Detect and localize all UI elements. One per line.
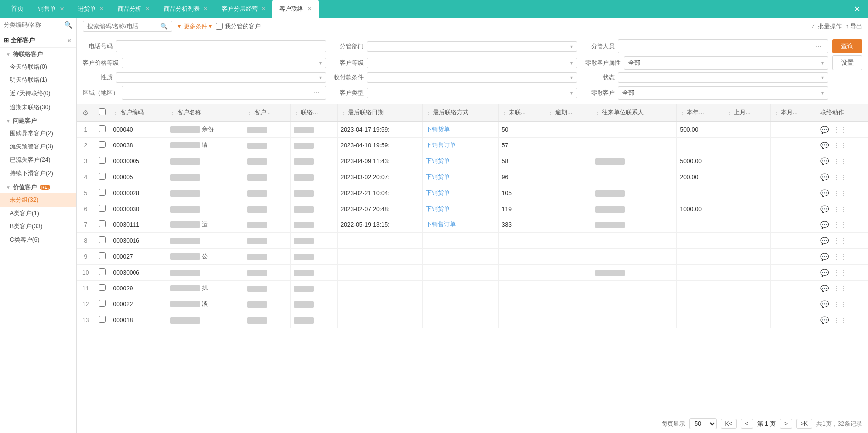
sidebar-collapse-icon[interactable]: « [67, 35, 72, 45]
sidebar-item-overdue[interactable]: 逾期未联络(30) [0, 101, 76, 114]
nav-tab-customer-mgmt[interactable]: 客户分层经营 ✕ [215, 0, 273, 18]
sidebar-item-a-class[interactable]: A类客户(1) [0, 207, 76, 220]
sidebar-search-icon[interactable]: 🔍 [64, 21, 72, 29]
chat-icon[interactable]: 💬 [820, 285, 829, 292]
sidebar-search-input[interactable] [4, 21, 62, 28]
more-action-icon[interactable]: ⋮⋮ [833, 126, 847, 134]
close-purchase-tab[interactable]: ✕ [99, 6, 104, 12]
method-link[interactable]: 下销货单 [426, 126, 450, 133]
more-filter-btn[interactable]: ▼ 更多条件 ▾ [176, 22, 212, 31]
reset-button[interactable]: 设置 [832, 55, 862, 70]
sidebar-item-declining[interactable]: 持续下滑客户(2) [0, 167, 76, 180]
batch-op-btn[interactable]: ☑ 批量操作 [810, 22, 841, 31]
gear-icon[interactable]: ⚙ [82, 109, 89, 117]
window-close-button[interactable]: ✕ [850, 4, 864, 14]
nav-tab-purchase[interactable]: 进货单 ✕ [71, 0, 111, 18]
row-checkbox[interactable] [99, 173, 106, 180]
chat-icon[interactable]: 💬 [820, 316, 829, 324]
my-customer-cb[interactable] [216, 23, 223, 30]
method-link[interactable]: 下销货单 [426, 205, 450, 212]
section-value-customers[interactable]: ▼ 价值客户 RE. [0, 181, 76, 193]
row-checkbox[interactable] [99, 252, 106, 259]
section-problem-customers[interactable]: ▼ 问题客户 [0, 114, 76, 127]
close-product-list-tab[interactable]: ✕ [203, 6, 208, 12]
row-checkbox[interactable] [99, 205, 106, 212]
chat-icon[interactable]: 💬 [820, 300, 829, 308]
customer-level-select[interactable]: ▾ [367, 58, 577, 68]
more-action-icon[interactable]: ⋮⋮ [833, 300, 847, 308]
query-button[interactable]: 查询 [832, 39, 862, 53]
section-pending-contact[interactable]: ▼ 待联络客户 [0, 48, 76, 60]
manager-dots-icon[interactable]: ··· [813, 42, 824, 51]
close-sales-tab[interactable]: ✕ [60, 6, 64, 12]
row-checkbox[interactable] [99, 141, 106, 148]
sidebar-item-churned[interactable]: 已流失客户(24) [0, 153, 76, 167]
page-size-select[interactable]: 50 100 [689, 418, 717, 429]
row-checkbox[interactable] [99, 125, 106, 132]
row-checkbox[interactable] [99, 236, 106, 243]
method-link[interactable]: 下销售订单 [426, 142, 456, 148]
nav-tab-product-list[interactable]: 商品分析列表 ✕ [157, 0, 215, 18]
method-link[interactable]: 下销货单 [426, 189, 450, 196]
more-action-icon[interactable]: ⋮⋮ [833, 316, 847, 324]
row-checkbox[interactable] [99, 284, 106, 291]
main-search-icon[interactable]: 🔍 [160, 23, 168, 30]
chat-icon[interactable]: 💬 [820, 205, 829, 213]
chat-icon[interactable]: 💬 [820, 126, 829, 134]
chat-icon[interactable]: 💬 [820, 221, 829, 229]
row-checkbox[interactable] [99, 300, 106, 307]
more-action-icon[interactable]: ⋮⋮ [833, 237, 847, 245]
manager-select[interactable]: ··· [618, 39, 828, 53]
method-link[interactable]: 下销货单 [426, 157, 450, 164]
row-checkbox[interactable] [99, 316, 106, 323]
price-level-select[interactable]: ▾ [122, 58, 326, 68]
next-page-btn[interactable]: > [780, 419, 792, 429]
dept-select[interactable]: ▾ [367, 41, 577, 52]
chat-icon[interactable]: 💬 [820, 142, 829, 149]
my-customer-checkbox[interactable]: 我分管的客户 [216, 22, 261, 31]
chat-icon[interactable]: 💬 [820, 269, 829, 277]
region-dots-icon[interactable]: ··· [311, 88, 322, 97]
sidebar-item-hoarding[interactable]: 囤购异常客户(2) [0, 127, 76, 140]
row-checkbox[interactable] [99, 220, 106, 227]
select-all-checkbox[interactable] [99, 108, 106, 115]
status-select[interactable]: ▾ [618, 72, 828, 83]
sidebar-item-b-class[interactable]: B类客户(33) [0, 220, 76, 233]
nav-tab-sales[interactable]: 销售单 ✕ [31, 0, 71, 18]
row-checkbox[interactable] [99, 268, 106, 275]
export-btn[interactable]: ↑ 导出 [846, 22, 862, 31]
first-page-btn[interactable]: K< [721, 419, 737, 429]
nav-tab-product-analysis[interactable]: 商品分析 ✕ [111, 0, 157, 18]
retail-attr-select[interactable]: 全部 ▾ [624, 56, 828, 70]
more-action-icon[interactable]: ⋮⋮ [833, 269, 847, 277]
row-checkbox[interactable] [99, 189, 106, 196]
main-search-input[interactable] [87, 23, 158, 30]
more-action-icon[interactable]: ⋮⋮ [833, 205, 847, 213]
chat-icon[interactable]: 💬 [820, 237, 829, 245]
last-page-btn[interactable]: >K [796, 419, 812, 429]
sidebar-item-ungraded[interactable]: 未分组(32) [0, 193, 76, 207]
more-action-icon[interactable]: ⋮⋮ [833, 173, 847, 181]
chat-icon[interactable]: 💬 [820, 189, 829, 197]
region-select[interactable]: ··· [122, 86, 326, 100]
nature-select[interactable]: ▾ [116, 72, 326, 83]
method-link[interactable]: 下销货单 [426, 173, 450, 180]
more-action-icon[interactable]: ⋮⋮ [833, 221, 847, 229]
chat-icon[interactable]: 💬 [820, 253, 829, 261]
more-action-icon[interactable]: ⋮⋮ [833, 189, 847, 197]
nav-tab-customer-contact[interactable]: 客户联络 ✕ [272, 0, 319, 18]
chat-icon[interactable]: 💬 [820, 157, 829, 165]
more-action-icon[interactable]: ⋮⋮ [833, 253, 847, 261]
retail-customer-select[interactable]: 全部 ▾ [618, 86, 828, 100]
payment-select[interactable]: ▾ [367, 72, 577, 83]
sidebar-item-churn-warning[interactable]: 流失预警客户(3) [0, 140, 76, 153]
more-action-icon[interactable]: ⋮⋮ [833, 142, 847, 149]
nav-home[interactable]: 首页 [4, 0, 31, 18]
all-customers-header[interactable]: ⊞ 全部客户 « [0, 32, 76, 48]
close-product-tab[interactable]: ✕ [145, 6, 150, 12]
more-action-icon[interactable]: ⋮⋮ [833, 285, 847, 292]
close-customer-contact-tab[interactable]: ✕ [307, 6, 312, 12]
prev-page-btn[interactable]: < [741, 419, 753, 429]
sidebar-item-c-class[interactable]: C类客户(6) [0, 233, 76, 247]
sidebar-item-tomorrow[interactable]: 明天待联络(1) [0, 73, 76, 87]
